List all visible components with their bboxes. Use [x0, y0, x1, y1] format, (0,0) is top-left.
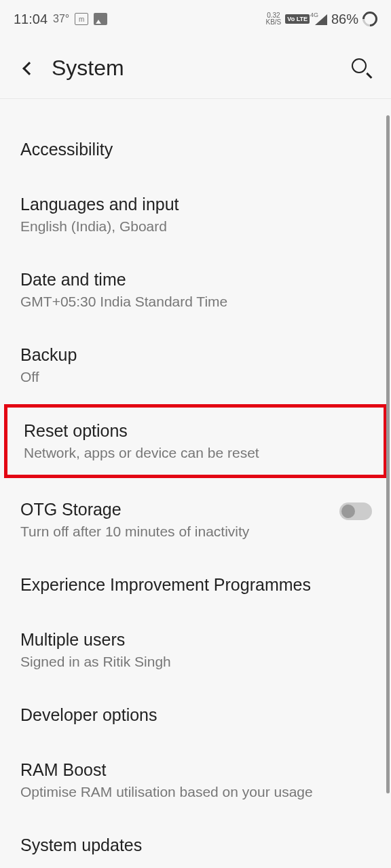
- setting-item[interactable]: BackupOff: [0, 326, 391, 401]
- setting-title: Multiple users: [20, 630, 371, 650]
- setting-title: Accessibility: [20, 140, 371, 159]
- settings-list: AccessibilityLanguages and inputEnglish …: [0, 99, 391, 868]
- back-button[interactable]: [19, 58, 39, 79]
- setting-title: OTG Storage: [20, 500, 371, 519]
- network-speed: 0.32 KB/S: [266, 12, 282, 26]
- setting-subtitle: Off: [20, 369, 371, 385]
- toggle-switch[interactable]: [339, 502, 372, 520]
- setting-title: System updates: [20, 835, 371, 855]
- setting-subtitle: English (India), Gboard: [20, 218, 371, 235]
- signal-icon: [314, 13, 327, 25]
- setting-subtitle: GMT+05:30 India Standard Time: [20, 294, 371, 310]
- setting-item[interactable]: Reset optionsNetwork, apps or device can…: [4, 404, 387, 478]
- app-m-icon: m: [75, 13, 88, 25]
- status-bar: 11:04 37° m 0.32 KB/S Vo LTE 86%: [0, 0, 391, 38]
- setting-item[interactable]: OTG StorageTurn off after 10 minutes of …: [0, 481, 391, 556]
- status-temperature: 37°: [53, 13, 69, 25]
- scrollbar[interactable]: [386, 115, 390, 793]
- setting-item[interactable]: System updates: [0, 816, 391, 868]
- setting-subtitle: Network, apps or device can be reset: [24, 445, 367, 461]
- setting-subtitle: Turn off after 10 minutes of inactivity: [20, 524, 371, 540]
- page-title: System: [52, 56, 352, 81]
- setting-item[interactable]: Languages and inputEnglish (India), Gboa…: [0, 176, 391, 251]
- status-left: 11:04 37° m: [14, 12, 107, 27]
- battery-circle-icon: [359, 8, 380, 29]
- setting-item[interactable]: Multiple usersSigned in as Ritik Singh: [0, 611, 391, 686]
- setting-item[interactable]: Date and timeGMT+05:30 India Standard Ti…: [0, 251, 391, 326]
- volte-icon: Vo LTE: [285, 14, 310, 24]
- search-icon: [352, 58, 367, 73]
- setting-item[interactable]: Developer options: [0, 686, 391, 741]
- setting-subtitle: Signed in as Ritik Singh: [20, 654, 371, 670]
- status-time: 11:04: [14, 12, 48, 27]
- app-header: System: [0, 38, 391, 99]
- search-button[interactable]: [352, 58, 372, 79]
- setting-title: Backup: [20, 345, 371, 365]
- setting-title: Experience Improvement Programmes: [20, 575, 371, 595]
- status-right: 0.32 KB/S Vo LTE 86%: [266, 12, 378, 27]
- setting-subtitle: Optimise RAM utilisation based on your u…: [20, 784, 371, 800]
- setting-title: Reset options: [24, 421, 367, 441]
- setting-title: Date and time: [20, 270, 371, 290]
- setting-title: RAM Boost: [20, 760, 371, 780]
- battery-percentage: 86%: [331, 12, 358, 27]
- setting-item[interactable]: Experience Improvement Programmes: [0, 556, 391, 611]
- image-icon: [94, 13, 107, 25]
- setting-item[interactable]: RAM BoostOptimise RAM utilisation based …: [0, 741, 391, 816]
- setting-title: Developer options: [20, 705, 371, 725]
- setting-item[interactable]: Accessibility: [0, 99, 391, 176]
- setting-title: Languages and input: [20, 195, 371, 214]
- chevron-left-icon: [22, 62, 36, 75]
